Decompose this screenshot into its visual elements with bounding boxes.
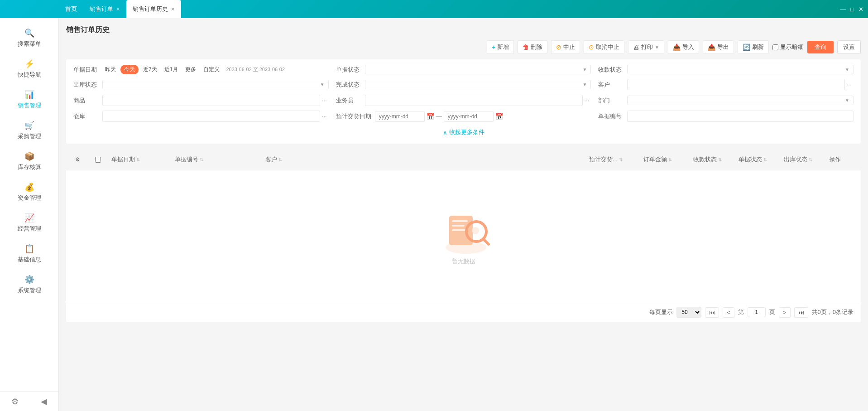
new-button[interactable]: + 新增 — [487, 40, 514, 54]
th-check[interactable] — [89, 154, 107, 165]
th-amount[interactable]: 订单金额 ⇅ — [639, 153, 689, 166]
refresh-button[interactable]: 🔄 刷新 — [738, 40, 769, 54]
display-columns-checkbox[interactable]: 显示暗细 — [772, 43, 804, 51]
date-7days[interactable]: 近7天 — [140, 65, 160, 74]
last-page-btn[interactable]: ⏭ — [794, 307, 808, 318]
out-sort-icon: ⇅ — [809, 157, 812, 162]
filter-department: 部门 ▼ — [598, 96, 854, 105]
date-custom[interactable]: 自定义 — [201, 65, 222, 74]
sidebar-item-inventory-check[interactable]: 📦 库存核算 — [0, 146, 58, 177]
sidebar-item-search-menu[interactable]: 🔍 搜索菜单 — [0, 23, 58, 53]
first-page-btn[interactable]: ⏮ — [705, 307, 719, 318]
capital-mgmt-icon: 💰 — [24, 182, 34, 192]
sidebar-item-sales-mgmt[interactable]: 📊 销售管理 — [0, 84, 58, 115]
filter-warehouse-input[interactable] — [102, 111, 320, 122]
sidebar-item-system-mgmt[interactable]: ⚙️ 系统管理 — [0, 269, 58, 300]
filter-delivery-date-label: 预计交货日期 — [336, 112, 371, 121]
date-yesterday[interactable]: 昨天 — [102, 65, 119, 74]
query-button[interactable]: 查询 — [807, 41, 834, 53]
sidebar-item-quick-nav[interactable]: ⚡ 快捷导航 — [0, 53, 58, 84]
delivery-date-start[interactable] — [375, 111, 425, 122]
filter-warehouse: 仓库 ··· — [73, 111, 329, 122]
empty-state: 暂无数据 — [66, 170, 861, 302]
quick-nav-icon: ⚡ — [24, 59, 34, 69]
stop-button[interactable]: ⊘ 中止 — [551, 40, 580, 54]
filter-out-status-select[interactable]: ▼ — [102, 80, 329, 89]
th-doc-status[interactable]: 单据状态 ⇅ — [734, 153, 779, 166]
sidebar-settings-btn[interactable]: ⚙ — [11, 396, 19, 406]
calendar-end-icon[interactable]: 📅 — [495, 113, 503, 120]
select-all-checkbox[interactable] — [95, 157, 101, 163]
delete-button[interactable]: 🗑 删除 — [518, 40, 547, 54]
customer-ellipsis[interactable]: ··· — [845, 81, 854, 88]
tab-sales-order-close[interactable]: ✕ — [116, 6, 120, 12]
window-close[interactable]: ✕ — [858, 6, 863, 13]
export-icon: 📤 — [708, 44, 715, 51]
filter-doc-number-input[interactable] — [627, 111, 854, 122]
filter-pay-status-label: 收款状态 — [598, 66, 623, 74]
page-title: 销售订单历史 — [66, 25, 861, 35]
filter-customer-input[interactable] — [627, 79, 845, 90]
filter-out-status: 出库状态 ▼ — [73, 80, 329, 89]
cancel-stop-button[interactable]: ⊙ 取消中止 — [584, 40, 624, 54]
salesperson-ellipsis[interactable]: ··· — [583, 97, 591, 104]
filter-goods-input[interactable] — [102, 95, 320, 106]
th-customer[interactable]: 客户 ⇅ — [261, 153, 585, 166]
filter-row-4: 仓库 ··· 预计交货日期 📅 — 📅 — [73, 111, 854, 122]
operation-mgmt-icon: 📈 — [24, 213, 34, 223]
print-button[interactable]: 🖨 打印 ▼ — [628, 40, 664, 54]
filter-out-status-label: 出库状态 — [73, 81, 99, 89]
th-out-status[interactable]: 出库状态 ⇅ — [779, 153, 825, 166]
date-today[interactable]: 今天 — [120, 65, 139, 74]
th-num[interactable]: 单据编号 ⇅ — [170, 153, 261, 166]
tab-sales-order-history[interactable]: 销售订单历史 ✕ — [126, 0, 181, 18]
display-columns-input[interactable] — [772, 44, 778, 50]
page-unit: 页 — [769, 308, 775, 316]
next-page-btn[interactable]: > — [779, 307, 791, 318]
delivery-date-end[interactable] — [444, 111, 494, 122]
th-pay-status[interactable]: 收款状态 ⇅ — [689, 153, 734, 166]
filter-pay-status-select[interactable]: ▼ — [627, 65, 854, 74]
sidebar-item-basic-info[interactable]: 📋 基础信息 — [0, 238, 58, 269]
doc-sort-icon: ⇅ — [763, 157, 767, 162]
doc-status-arrow: ▼ — [582, 67, 587, 72]
tab-home[interactable]: 首页 — [59, 0, 83, 18]
filter-complete-status-select[interactable]: ▼ — [365, 80, 591, 89]
export-button[interactable]: 📤 导出 — [703, 40, 734, 54]
page-input[interactable] — [748, 307, 766, 317]
prev-page-btn[interactable]: < — [723, 307, 734, 318]
filter-customer: 客户 ··· — [598, 79, 854, 90]
filter-row-1: 单据日期 昨天 今天 近7天 近1月 更多 自定义 2023-06-02 至 2… — [73, 65, 854, 74]
tab-history-close[interactable]: ✕ — [171, 6, 175, 12]
filter-department-select[interactable]: ▼ — [627, 96, 854, 105]
th-delivery[interactable]: 预计交货... ⇅ — [585, 153, 639, 166]
th-settings[interactable]: ⚙ — [66, 154, 89, 165]
svg-rect-4 — [452, 229, 466, 231]
window-maximize[interactable]: □ — [850, 6, 854, 13]
th-date[interactable]: 单据日期 ⇅ — [107, 153, 170, 166]
cancel-stop-icon: ⊙ — [589, 44, 594, 51]
date-more[interactable]: 更多 — [182, 65, 199, 74]
empty-text: 暂无数据 — [452, 257, 475, 266]
sidebar-item-capital-mgmt[interactable]: 💰 资金管理 — [0, 177, 58, 208]
sidebar-item-purchase-mgmt[interactable]: 🛒 采购管理 — [0, 115, 58, 146]
import-button[interactable]: 📥 导入 — [668, 40, 699, 54]
filter-complete-status: 完成状态 ▼ — [336, 80, 591, 89]
collapse-row[interactable]: ∧ 收起更多条件 — [73, 126, 854, 138]
filter-warehouse-control: ··· — [102, 111, 329, 122]
sidebar-item-operation-mgmt[interactable]: 📈 经营管理 — [0, 208, 58, 238]
calendar-start-icon[interactable]: 📅 — [427, 113, 434, 120]
filter-salesperson-input[interactable] — [365, 95, 583, 106]
date-1month[interactable]: 近1月 — [162, 65, 181, 74]
page-size-select[interactable]: 50 20 100 — [676, 307, 701, 318]
warehouse-ellipsis[interactable]: ··· — [320, 113, 329, 120]
date-sort-icon: ⇅ — [136, 157, 140, 162]
settings-button[interactable]: 设置 — [837, 40, 861, 54]
filter-date: 单据日期 昨天 今天 近7天 近1月 更多 自定义 2023-06-02 至 2… — [73, 65, 329, 74]
goods-ellipsis[interactable]: ··· — [320, 97, 329, 104]
tab-sales-order[interactable]: 销售订单 ✕ — [83, 0, 126, 18]
filter-doc-status-select[interactable]: ▼ — [365, 65, 591, 74]
sidebar-collapse-btn[interactable]: ◀ — [41, 396, 47, 406]
department-arrow: ▼ — [845, 98, 849, 103]
window-minimize[interactable]: — — [840, 6, 846, 13]
